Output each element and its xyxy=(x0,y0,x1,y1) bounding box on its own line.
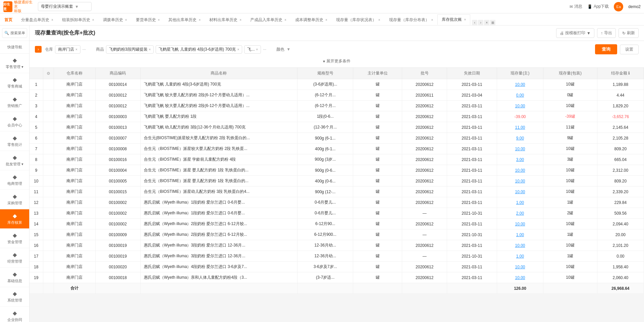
export-btn[interactable]: ↑ 导出 xyxy=(597,28,616,38)
cell-stock-pkg: 10罐 xyxy=(543,144,597,154)
cell-stock-main[interactable]: 11.00 xyxy=(497,122,543,133)
quick-nav-btn[interactable]: 快捷导航 xyxy=(2,43,27,51)
expand-filter-btn[interactable]: › xyxy=(35,46,42,53)
tab-chanpin[interactable]: 产成品入库单历史 × xyxy=(246,14,291,25)
tab-chengben[interactable]: 成本调整单历史 × xyxy=(291,14,332,25)
app-download-btn[interactable]: 📱 App下载 xyxy=(587,4,609,9)
tab-arrow-right[interactable]: › xyxy=(478,20,483,25)
cell-stock-main[interactable]: 10.00 xyxy=(497,219,543,229)
sidebar-icon-purchase: ◆ xyxy=(13,193,17,200)
cell-stock-main[interactable]: 10.00 xyxy=(497,101,543,111)
warehouse-tag-remove-icon[interactable]: × xyxy=(75,48,77,51)
goods-tag-2[interactable]: 飞鹤星飞帆 儿童奶粉 4段(3-6岁适用) 700克 × xyxy=(156,45,242,54)
goods-tag-3-remove-icon[interactable]: × xyxy=(256,48,258,51)
sidebar-item-basic[interactable]: ◆基础信息 xyxy=(0,268,29,287)
expand-more-btn[interactable]: ▾ 展开更多条件 xyxy=(323,58,351,64)
close-icon[interactable]: × xyxy=(378,18,380,22)
close-icon[interactable]: × xyxy=(158,18,160,22)
user-avatar[interactable]: Ea xyxy=(614,2,623,11)
tab-xianzai2[interactable]: 现存量（库存分布表） × xyxy=(385,14,438,25)
tab-qita[interactable]: 其他出库单历史 × xyxy=(164,14,205,25)
tab-yao[interactable]: 要货单历史 × xyxy=(131,14,164,25)
cell-stock-main[interactable]: 10.00 xyxy=(497,144,543,154)
cell-batch: 20200612 xyxy=(402,122,447,133)
cell-idx: 2 xyxy=(30,90,43,101)
sidebar-item-marketing[interactable]: ◆营销推广 xyxy=(0,93,29,112)
cell-stock-main[interactable]: 1.00 xyxy=(497,251,543,262)
refresh-btn[interactable]: ↻ 刷新 xyxy=(619,28,639,38)
close-icon[interactable]: × xyxy=(199,18,201,22)
cell-unit: 罐 xyxy=(353,219,402,229)
tab-close-all[interactable]: × xyxy=(484,20,489,25)
cell-batch: 20200612 xyxy=(402,144,447,154)
cell-stock-main[interactable]: 0.00 xyxy=(497,90,543,101)
close-icon[interactable]: × xyxy=(92,18,94,22)
sidebar-item-stats[interactable]: ◆零售统计 xyxy=(0,131,29,151)
warehouse-more-icon[interactable]: ··· xyxy=(83,47,86,52)
tab-fen[interactable]: 分量盘点单历史 × xyxy=(17,14,58,25)
close-icon[interactable]: × xyxy=(284,18,286,22)
print-btn[interactable]: 🖨 按模板打印 ▼ xyxy=(556,28,594,38)
goods-tag-1[interactable]: 飞鹤奶粉3段丙罐提装 × xyxy=(106,45,154,54)
table-setting-icon[interactable]: ⚙ xyxy=(47,71,50,76)
cell-batch: 20200611 xyxy=(402,90,447,101)
sidebar-item-member[interactable]: ◆会员中心 xyxy=(0,112,29,131)
cell-stock-main[interactable]: 10.00 xyxy=(497,240,543,251)
cell-stock-main[interactable]: 9.00 xyxy=(497,133,543,144)
tab-pici[interactable]: 库存批次账 × xyxy=(437,14,470,25)
sidebar-item-inventory[interactable]: ◆库存核算 xyxy=(0,209,29,229)
settings-btn[interactable]: 设置 xyxy=(620,45,639,54)
goods-more-icon[interactable]: ··· xyxy=(263,47,266,52)
cell-stock-main[interactable]: 3.00 xyxy=(497,154,543,165)
close-icon[interactable]: × xyxy=(464,18,466,21)
sidebar-item-system[interactable]: ◆系统管理 xyxy=(0,287,29,307)
cell-stock-main[interactable]: 2.00 xyxy=(497,208,543,219)
filter-expand-row: ▾ 展开更多条件 xyxy=(35,56,639,64)
cell-stock-main[interactable]: 10.00 xyxy=(497,262,543,272)
sidebar-item-ecom[interactable]: ◆电商管理 xyxy=(0,170,29,190)
sidebar-item-purchase[interactable]: ◆采购管理 xyxy=(0,190,29,209)
cell-unit: 罐 xyxy=(353,79,402,90)
tab-tiao[interactable]: 调拨单历史 × xyxy=(99,14,131,25)
cell-stock-main[interactable]: 10.00 xyxy=(497,186,543,197)
tab-xianzai1[interactable]: 现存量（库存状况表） × xyxy=(332,14,385,25)
close-icon[interactable]: × xyxy=(325,18,327,22)
cell-stock-main[interactable]: 1.00 xyxy=(497,197,543,208)
close-icon[interactable]: × xyxy=(431,18,433,22)
cell-name: 合生元（BIOSTIME）派星幼儿配方奶粉 3段 乳铁蛋白的4... xyxy=(140,186,297,197)
goods-tag-1-remove-icon[interactable]: × xyxy=(149,48,151,51)
cell-stock-main[interactable]: 10.00 xyxy=(497,176,543,186)
cell-batch: 20200612 xyxy=(402,133,447,144)
goods-tag-2-remove-icon[interactable]: × xyxy=(237,48,239,51)
search-btn[interactable]: 查询 xyxy=(595,44,617,54)
close-icon[interactable]: × xyxy=(239,18,241,22)
tab-menu[interactable]: ⊞ xyxy=(490,20,495,25)
sidebar-item-corp[interactable]: ◆企业协同 xyxy=(0,307,29,322)
sidebar-item-finance[interactable]: ◆资金管理 xyxy=(0,229,29,248)
th-unit: 主计量单位 xyxy=(353,68,402,79)
cell-stock-main[interactable]: 10.00 xyxy=(497,165,543,176)
tab-zu[interactable]: 组装拆卸单历史 × xyxy=(58,14,99,25)
message-btn[interactable]: ✉ 消息 xyxy=(570,4,582,9)
sidebar-item-shop[interactable]: ◆零售商城 xyxy=(0,73,29,93)
cell-stock-main[interactable]: 1.00 xyxy=(497,229,543,240)
cell-name: 飞鹤星飞帆 较大婴儿配方奶粉 2段(6-12个月婴幼儿适用）... xyxy=(140,90,297,101)
cell-spec: 900g (3岁... xyxy=(298,154,353,165)
tab-arrow-left[interactable]: ‹ xyxy=(472,20,477,25)
workspace-selector[interactable]: 母婴行业演示账套 ▼ xyxy=(38,2,92,11)
sidebar-item-mgmt[interactable]: ◆经营管理 xyxy=(0,248,29,268)
sidebar-item-wholesale[interactable]: ◆批发管理 ▾ xyxy=(0,151,29,170)
cell-stock-main[interactable]: 10.00 xyxy=(497,79,543,90)
tab-cailiao[interactable]: 材料出库单历史 × xyxy=(205,14,246,25)
cell-setting xyxy=(43,197,54,208)
close-icon[interactable]: × xyxy=(51,18,53,22)
cell-stock-main[interactable]: 10.00 xyxy=(497,272,543,283)
search-menu-btn[interactable]: 🔍 搜索菜单 xyxy=(2,28,27,38)
goods-tag-3[interactable]: 飞... × xyxy=(244,45,261,54)
close-icon[interactable]: × xyxy=(125,18,127,22)
warehouse-tag-nanan[interactable]: 南岸门店 × xyxy=(55,45,80,54)
tab-home[interactable]: 首页 xyxy=(0,14,17,25)
color-dropdown-icon[interactable]: ▼ xyxy=(286,47,290,52)
sidebar-item-retail[interactable]: ◆零售管理 ▾ xyxy=(0,54,29,73)
cell-stock-main[interactable]: -39.00 xyxy=(497,111,543,122)
